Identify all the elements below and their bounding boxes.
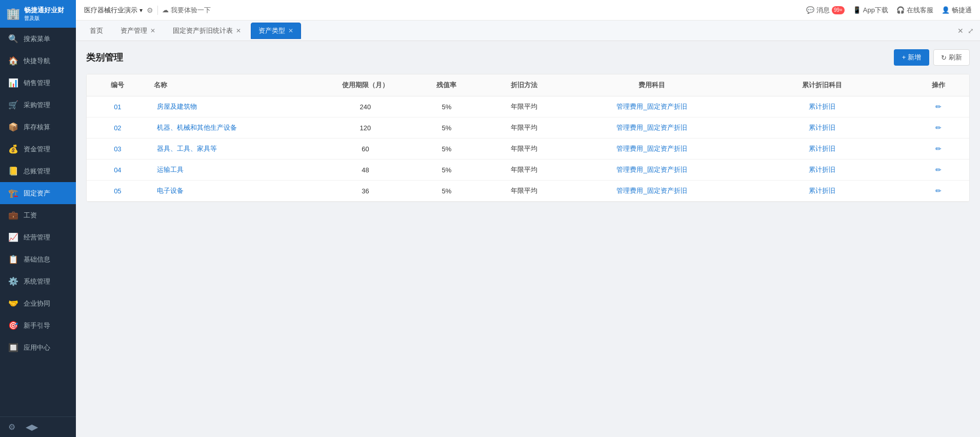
edit-button[interactable]: ✏: [935, 166, 942, 174]
page-actions: + 新增 ↻ 刷新: [894, 49, 970, 66]
sidebar-item-label: 新手引导: [24, 321, 50, 330]
sidebar-item-basic-info[interactable]: 📋 基础信息: [0, 248, 76, 270]
cell-residual: 5%: [412, 117, 482, 138]
sidebar-item-sales[interactable]: 📊 销售管理: [0, 72, 76, 94]
sidebar-item-system[interactable]: ⚙️ 系统管理: [0, 270, 76, 292]
experience-button[interactable]: ☁ 我要体验一下: [162, 6, 211, 15]
cell-expense[interactable]: 管理费用_固定资产折旧: [567, 160, 737, 181]
cell-expense[interactable]: 管理费用_固定资产折旧: [567, 138, 737, 160]
tab-home-label: 首页: [90, 26, 103, 35]
sidebar-item-operations[interactable]: 📈 经营管理: [0, 226, 76, 248]
sidebar-item-tutorial[interactable]: 🎯 新手引导: [0, 314, 76, 336]
online-service-button[interactable]: 🎧 在线客服: [896, 6, 933, 15]
cell-expense[interactable]: 管理费用_固定资产折旧: [567, 96, 737, 117]
cell-code[interactable]: 01: [87, 96, 149, 117]
app-name-selector[interactable]: 医疗器械行业演示 ▾ ⚙: [84, 6, 153, 15]
tab-asset-type-close[interactable]: ✕: [288, 27, 293, 34]
cell-name[interactable]: 机器、机械和其他生产设备: [149, 117, 319, 138]
collapse-icon[interactable]: ◀▶: [26, 422, 38, 432]
tab-depreciation-close[interactable]: ✕: [236, 27, 241, 34]
sidebar-item-label: 搜索菜单: [24, 34, 50, 44]
app-download-button[interactable]: 📱 App下载: [853, 6, 888, 15]
cell-accum[interactable]: 累计折旧: [737, 117, 907, 138]
cell-period: 120: [319, 117, 412, 138]
topbar: 医疗器械行业演示 ▾ ⚙ ☁ 我要体验一下 💬 消息 99+ 📱 App下载 🎧: [76, 0, 980, 21]
col-header-action: 操作: [907, 74, 969, 96]
tab-close-all-icon[interactable]: ✕: [957, 27, 964, 35]
cell-expense[interactable]: 管理费用_固定资产折旧: [567, 117, 737, 138]
sidebar-item-quick-nav[interactable]: 🏠 快捷导航: [0, 50, 76, 72]
cell-code[interactable]: 03: [87, 138, 149, 160]
tab-home[interactable]: 首页: [82, 23, 111, 39]
refresh-icon: ↻: [941, 54, 947, 62]
category-table: 编号 名称 使用期限（月） 残值率 折旧方法 费用科目 累计折旧科目 操作 01…: [86, 74, 970, 202]
operations-icon: 📈: [8, 232, 18, 242]
cell-accum[interactable]: 累计折旧: [737, 181, 907, 202]
sidebar-item-label: 固定资产: [24, 189, 50, 198]
table-body: 01 房屋及建筑物 240 5% 年限平均 管理费用_固定资产折旧 累计折旧 ✏…: [87, 96, 969, 202]
col-header-name: 名称: [149, 74, 319, 96]
new-button[interactable]: + 新增: [894, 49, 929, 66]
edit-button[interactable]: ✏: [935, 103, 942, 111]
cell-code[interactable]: 05: [87, 181, 149, 202]
cell-method: 年限平均: [482, 117, 567, 138]
sidebar-item-label: 经营管理: [24, 233, 50, 242]
tab-depreciation-table[interactable]: 固定资产折旧统计表 ✕: [165, 23, 249, 39]
cell-name[interactable]: 器具、工具、家具等: [149, 138, 319, 160]
sidebar-item-label: 资金管理: [24, 145, 50, 154]
content-area: 类别管理 + 新增 ↻ 刷新 编号 名称 使用期限（月） 残值率 折旧方法: [76, 41, 980, 437]
sidebar-item-label: 企业协同: [24, 299, 50, 308]
sidebar-item-funds[interactable]: 💰 资金管理: [0, 138, 76, 160]
topbar-divider: [157, 6, 158, 15]
sidebar-item-cooperation[interactable]: 🤝 企业协同: [0, 292, 76, 314]
cell-code[interactable]: 04: [87, 160, 149, 181]
sidebar-item-app-center[interactable]: 🔲 应用中心: [0, 336, 76, 359]
tab-asset-mgmt[interactable]: 资产管理 ✕: [113, 23, 163, 39]
table-row: 03 器具、工具、家具等 60 5% 年限平均 管理费用_固定资产折旧 累计折旧…: [87, 138, 969, 160]
col-header-method: 折旧方法: [482, 74, 567, 96]
cell-name[interactable]: 运输工具: [149, 160, 319, 181]
sidebar-item-fixed-assets[interactable]: 🏗️ 固定资产: [0, 182, 76, 204]
user-name-text: 畅捷通: [952, 6, 972, 15]
tutorial-icon: 🎯: [8, 321, 18, 330]
sidebar-item-label: 快捷导航: [24, 56, 50, 66]
cell-code[interactable]: 02: [87, 117, 149, 138]
cell-method: 年限平均: [482, 160, 567, 181]
sidebar-item-ledger[interactable]: 📒 总账管理: [0, 160, 76, 182]
cell-accum[interactable]: 累计折旧: [737, 138, 907, 160]
cell-period: 36: [319, 181, 412, 202]
refresh-button[interactable]: ↻ 刷新: [933, 49, 970, 66]
cell-accum[interactable]: 累计折旧: [737, 96, 907, 117]
cell-name[interactable]: 电子设备: [149, 181, 319, 202]
cell-accum[interactable]: 累计折旧: [737, 160, 907, 181]
user-profile-button[interactable]: 👤 畅捷通: [942, 6, 972, 15]
col-header-code: 编号: [87, 74, 149, 96]
tab-asset-type[interactable]: 资产类型 ✕: [251, 23, 301, 39]
sidebar-item-purchase[interactable]: 🛒 采购管理: [0, 94, 76, 116]
sidebar-item-payroll[interactable]: 💼 工资: [0, 204, 76, 226]
cell-name[interactable]: 房屋及建筑物: [149, 96, 319, 117]
fixed-assets-icon: 🏗️: [8, 188, 18, 198]
cell-action: ✏: [907, 138, 969, 160]
experience-text: 我要体验一下: [171, 6, 211, 15]
edit-button[interactable]: ✏: [935, 124, 942, 132]
system-icon: ⚙️: [8, 276, 18, 286]
messages-button[interactable]: 💬 消息 99+: [806, 6, 845, 15]
sidebar-item-inventory[interactable]: 📦 库存核算: [0, 116, 76, 138]
cell-method: 年限平均: [482, 96, 567, 117]
edit-button[interactable]: ✏: [935, 187, 942, 195]
ledger-icon: 📒: [8, 166, 18, 176]
edit-button[interactable]: ✏: [935, 145, 942, 153]
cell-expense[interactable]: 管理费用_固定资产折旧: [567, 181, 737, 202]
sidebar-item-label: 系统管理: [24, 277, 50, 286]
settings-icon[interactable]: ⚙: [8, 422, 15, 432]
main-area: 医疗器械行业演示 ▾ ⚙ ☁ 我要体验一下 💬 消息 99+ 📱 App下载 🎧: [76, 0, 980, 437]
sidebar-item-search[interactable]: 🔍 搜索菜单: [0, 28, 76, 50]
topbar-right: 💬 消息 99+ 📱 App下载 🎧 在线客服 👤 畅捷通: [806, 6, 972, 15]
logo-sub: 普及版: [24, 15, 64, 22]
cooperation-icon: 🤝: [8, 299, 18, 308]
tab-asset-mgmt-close[interactable]: ✕: [150, 27, 155, 34]
settings-app-icon[interactable]: ⚙: [147, 6, 153, 14]
tab-expand-icon[interactable]: ⤢: [968, 27, 974, 35]
col-header-residual: 残值率: [412, 74, 482, 96]
